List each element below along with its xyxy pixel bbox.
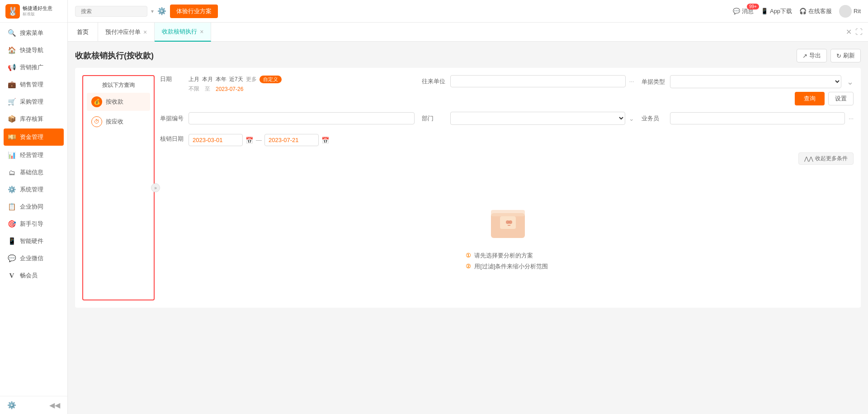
message-button[interactable]: 💬 消息 99+ <box>733 7 754 15</box>
dept-field: 部门 ⌄ <box>422 112 634 125</box>
verify-date-from-cal-icon[interactable]: 📅 <box>245 137 253 144</box>
sidebar-item-member[interactable]: V 畅会员 <box>0 267 67 284</box>
sidebar-item-label: 畅会员 <box>20 271 38 280</box>
solution-button[interactable]: 体验行业方案 <box>170 5 218 18</box>
sidebar-item-marketing[interactable]: 📢 营销推广 <box>0 59 67 76</box>
docno-input[interactable] <box>189 112 415 124</box>
shortcut-more[interactable]: 更多 <box>246 76 257 83</box>
query-button[interactable]: 查询 <box>795 92 825 105</box>
app-logo: 🐰 畅捷通好生意 标准版 <box>0 0 67 23</box>
sidebar-item-label: 系统管理 <box>20 186 43 194</box>
empty-hint-1: ① 请先选择要分析的方案 <box>466 252 548 260</box>
tabbar-actions: ✕ ⛶ <box>846 28 868 36</box>
partner-input[interactable] <box>450 75 626 87</box>
sidebar-item-search[interactable]: 🔍 搜索菜单 <box>0 24 67 42</box>
inventory-icon: 📦 <box>7 115 16 123</box>
refresh-icon: ↻ <box>836 52 841 59</box>
tab-verify-close[interactable]: × <box>200 28 203 35</box>
date-nolimit-to: 至 <box>205 85 210 93</box>
doctype-select[interactable] <box>670 75 841 88</box>
sidebar-item-purchase[interactable]: 🛒 采购管理 <box>0 93 67 110</box>
user-menu[interactable]: Rit <box>839 5 861 18</box>
sidebar-item-guide[interactable]: 🎯 新手引导 <box>0 215 67 233</box>
topbar: ▾ ⚙️ 体验行业方案 💬 消息 99+ 📱 App下载 🎧 在线客服 Rit <box>68 0 868 23</box>
sidebar-item-finance[interactable]: 💴 资金管理 <box>4 128 64 146</box>
sidebar-item-quicknav[interactable]: 🏠 快捷导航 <box>0 42 67 59</box>
shortcut-7days[interactable]: 近7天 <box>229 76 243 83</box>
tab-prepay[interactable]: 预付冲应付单 × <box>98 23 155 42</box>
shortcut-custom[interactable]: 自定义 <box>259 76 282 83</box>
wechat-icon: 💬 <box>7 254 16 262</box>
online-service-button[interactable]: 🎧 在线客服 <box>799 7 832 15</box>
tab-prepay-label: 预付冲应付单 <box>105 28 141 36</box>
guide-icon: 🎯 <box>7 220 16 228</box>
main-area: ▾ ⚙️ 体验行业方案 💬 消息 99+ 📱 App下载 🎧 在线客服 Rit <box>68 0 868 414</box>
date-nolimit-label: 不限 <box>189 85 199 93</box>
tab-prepay-close[interactable]: × <box>143 29 147 36</box>
collapse-button[interactable]: ⋀⋀ 收起更多条件 <box>798 152 854 165</box>
receipt-icon: 💰 <box>91 96 102 107</box>
empty-illustration <box>484 197 529 243</box>
shortcut-this-month[interactable]: 本月 <box>202 76 213 83</box>
filter-item-by-receivable[interactable]: ⏱ 按应收 <box>87 113 150 131</box>
sidebar-item-label: 快捷导航 <box>20 46 43 54</box>
refresh-button[interactable]: ↻ 刷新 <box>830 49 861 62</box>
sidebar-item-operation[interactable]: 📊 经营管理 <box>0 147 67 164</box>
topbar-dropdown-icon[interactable]: ▾ <box>151 8 154 14</box>
verify-date-range: 📅 — 📅 <box>189 134 329 146</box>
dept-select[interactable] <box>450 112 625 125</box>
settings-button[interactable]: 设置 <box>828 92 854 105</box>
operation-icon: 📊 <box>7 151 16 159</box>
search-icon: 🔍 <box>7 29 16 37</box>
verify-date-label: 核销日期 <box>160 135 185 143</box>
sidebar-item-hardware[interactable]: 📱 智能硬件 <box>0 233 67 250</box>
sidebar-item-inventory[interactable]: 📦 库存核算 <box>0 110 67 128</box>
shortcut-last-month[interactable]: 上月 <box>189 76 199 83</box>
verify-date-to-cal-icon[interactable]: 📅 <box>321 137 329 144</box>
export-button[interactable]: ↗ 导出 <box>797 49 827 62</box>
docno-label: 单据编号 <box>160 114 185 123</box>
tab-verify[interactable]: 收款核销执行 × <box>155 23 211 42</box>
sidebar-item-basic[interactable]: 🗂 基础信息 <box>0 164 67 181</box>
sales-icon: 💼 <box>7 81 16 89</box>
topbar-gear-icon[interactable]: ⚙️ <box>157 7 166 15</box>
tab-home[interactable]: 首页 <box>68 23 98 42</box>
sidebar-item-wechat[interactable]: 💬 企业微信 <box>0 250 67 267</box>
staff-input[interactable] <box>670 112 845 124</box>
date-from-value: 2023-07-26 <box>216 86 243 92</box>
filter-item-by-receipt[interactable]: 💰 按收款 <box>87 93 150 111</box>
empty-state: ① 请先选择要分析的方案 ② 用[过滤]条件来缩小分析范围 <box>160 170 854 300</box>
settings-footer-icon[interactable]: ⚙️ <box>7 401 16 409</box>
sidebar-item-label: 营销推广 <box>20 63 43 71</box>
expand-icon[interactable]: ⛶ <box>855 28 863 36</box>
sidebar-item-system[interactable]: ⚙️ 系统管理 <box>0 181 67 198</box>
verify-date-from-input[interactable] <box>189 134 243 146</box>
close-all-icon[interactable]: ✕ <box>846 28 852 36</box>
verify-date-to-input[interactable] <box>264 134 319 146</box>
sidebar-item-sales[interactable]: 💼 销售管理 <box>0 76 67 93</box>
system-icon: ⚙️ <box>7 186 16 194</box>
verify-date-separator: — <box>256 137 262 143</box>
query-btn-group: 查询 设置 <box>795 92 854 105</box>
partner-dots-icon[interactable]: ··· <box>629 78 634 85</box>
sidebar: 🐰 畅捷通好生意 标准版 🔍 搜索菜单 🏠 快捷导航 📢 营销推广 💼 销售管理… <box>0 0 68 414</box>
sidebar-item-collab[interactable]: 📋 企业协同 <box>0 198 67 215</box>
sidebar-item-label: 企业微信 <box>20 254 43 262</box>
main-panel: 按以下方查询 💰 按收款 ⏱ 按应收 » 日期 <box>75 68 861 308</box>
sidebar-item-label: 销售管理 <box>20 81 43 89</box>
topbar-search-input[interactable] <box>75 6 147 17</box>
filter-collapse-arrow[interactable]: » <box>151 183 160 192</box>
sidebar-item-label: 智能硬件 <box>20 237 43 245</box>
page-title: 收款核销执行(按收款) <box>75 50 154 61</box>
staff-dots-icon[interactable]: ··· <box>849 115 854 122</box>
docno-field: 单据编号 <box>160 112 415 124</box>
shortcut-this-year[interactable]: 本年 <box>216 76 226 83</box>
app-download-button[interactable]: 📱 App下载 <box>761 7 792 15</box>
date-shortcuts: 上月 本月 本年 近7天 更多 自定义 <box>189 76 282 83</box>
refresh-label: 刷新 <box>843 52 855 60</box>
sidebar-item-label: 经营管理 <box>20 151 43 159</box>
home-icon: 🏠 <box>7 46 16 54</box>
staff-field: 业务员 ··· <box>642 112 854 124</box>
headset-icon: 🎧 <box>799 8 807 14</box>
collapse-sidebar-icon[interactable]: ◀◀ <box>49 401 60 409</box>
